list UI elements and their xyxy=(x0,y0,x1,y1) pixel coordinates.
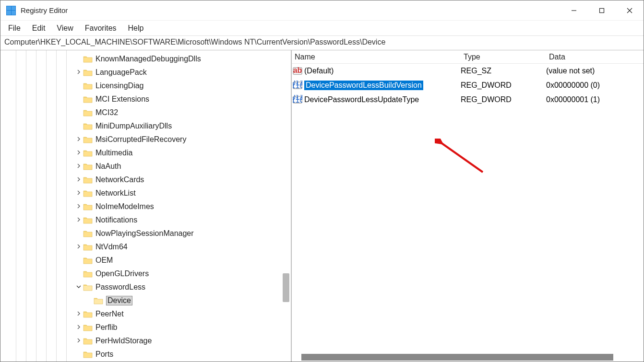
tree-item-label: OEM xyxy=(95,256,113,265)
value-data: 0x00000000 (0) xyxy=(546,81,644,90)
header-type[interactable]: Type xyxy=(461,53,546,61)
value-data: (value not set) xyxy=(546,67,644,75)
tree-scrollbar-thumb[interactable] xyxy=(283,273,289,302)
maximize-button[interactable] xyxy=(588,0,616,21)
tree-item[interactable]: OpenGLDrivers xyxy=(0,267,291,280)
chevron-right-icon[interactable] xyxy=(74,203,83,210)
value-row[interactable]: 011110DevicePasswordLessBuildVersionREG_… xyxy=(292,78,644,93)
svg-text:110: 110 xyxy=(293,82,302,90)
folder-icon xyxy=(83,243,93,251)
folder-icon xyxy=(83,257,93,264)
tree-item[interactable]: Perflib xyxy=(0,321,291,334)
tree-item[interactable]: PasswordLess xyxy=(0,280,291,294)
tree-item[interactable]: KnownManagedDebuggingDlls xyxy=(0,52,291,66)
menu-view[interactable]: View xyxy=(51,22,79,35)
value-data: 0x00000001 (1) xyxy=(546,95,644,104)
tree-item-label: MCI32 xyxy=(95,108,118,117)
tree-item[interactable]: NoImeModeImes xyxy=(0,200,291,213)
folder-icon xyxy=(83,136,93,143)
window-title: Registry Editor xyxy=(21,6,68,14)
tree-item-label: Ports xyxy=(95,350,113,359)
values-header[interactable]: Name Type Data xyxy=(292,50,644,64)
tree-item-label: PasswordLess xyxy=(95,283,145,292)
folder-icon xyxy=(83,337,93,345)
value-row[interactable]: 011110DevicePasswordLessUpdateTypeREG_DW… xyxy=(292,93,644,107)
minimize-button[interactable] xyxy=(560,0,588,21)
values-hscrollbar[interactable] xyxy=(292,353,644,362)
tree-item[interactable]: NetworkList xyxy=(0,187,291,200)
chevron-right-icon[interactable] xyxy=(74,244,83,250)
tree-item-label: Multimedia xyxy=(95,149,132,157)
svg-rect-1 xyxy=(600,8,604,12)
title-bar: Registry Editor xyxy=(0,0,644,21)
tree-item-label: LanguagePack xyxy=(95,68,147,77)
tree-item-label: NoImeModeImes xyxy=(95,202,154,211)
menu-help[interactable]: Help xyxy=(122,22,150,35)
menu-file[interactable]: File xyxy=(2,22,26,35)
tree-item[interactable]: MsiCorruptedFileRecovery xyxy=(0,133,291,146)
svg-text:110: 110 xyxy=(293,96,302,104)
tree-item-label: LicensingDiag xyxy=(95,82,144,90)
folder-icon xyxy=(83,189,93,197)
chevron-right-icon[interactable] xyxy=(74,338,83,344)
chevron-right-icon[interactable] xyxy=(74,190,83,197)
folder-icon xyxy=(94,297,103,304)
value-type: REG_SZ xyxy=(461,67,546,75)
tree-item[interactable]: OEM xyxy=(0,254,291,267)
tree-item[interactable]: PerHwIdStorage xyxy=(0,334,291,348)
tree-item[interactable]: PeerNet xyxy=(0,307,291,321)
header-data[interactable]: Data xyxy=(546,53,644,61)
tree-item[interactable]: NetworkCards xyxy=(0,173,291,187)
regedit-icon xyxy=(6,6,16,15)
value-name: DevicePasswordLessUpdateType xyxy=(304,95,419,104)
tree-item-label: MCI Extensions xyxy=(95,95,149,104)
value-name: DevicePasswordLessBuildVersion xyxy=(304,81,423,90)
header-name[interactable]: Name xyxy=(292,53,461,61)
tree-item-label: PerHwIdStorage xyxy=(95,337,152,345)
tree-item[interactable]: LicensingDiag xyxy=(0,79,291,93)
chevron-right-icon[interactable] xyxy=(74,217,83,223)
tree-item-label: PeerNet xyxy=(95,310,124,318)
chevron-right-icon[interactable] xyxy=(74,311,83,317)
tree-item[interactable]: Multimedia xyxy=(0,146,291,160)
tree-item[interactable]: MiniDumpAuxiliaryDlls xyxy=(0,119,291,133)
folder-icon xyxy=(83,203,93,210)
tree-item-label: Device xyxy=(106,296,132,305)
chevron-right-icon[interactable] xyxy=(74,69,83,76)
menu-favorites[interactable]: Favorites xyxy=(79,22,122,35)
folder-icon xyxy=(83,82,93,90)
tree-item[interactable]: NtVdm64 xyxy=(0,240,291,254)
chevron-right-icon[interactable] xyxy=(74,324,83,331)
tree-item-label: MiniDumpAuxiliaryDlls xyxy=(95,122,172,130)
value-row[interactable]: ab(Default)REG_SZ(value not set) xyxy=(292,64,644,78)
window-controls xyxy=(560,0,644,21)
menu-edit[interactable]: Edit xyxy=(26,22,51,35)
tree-item[interactable]: LanguagePack xyxy=(0,66,291,79)
chevron-right-icon[interactable] xyxy=(74,150,83,156)
tree-item[interactable]: Ports xyxy=(0,348,291,361)
tree-item[interactable]: MCI32 xyxy=(0,106,291,119)
chevron-right-icon[interactable] xyxy=(74,176,83,183)
chevron-right-icon[interactable] xyxy=(74,136,83,143)
folder-icon xyxy=(83,163,93,170)
string-value-icon: ab xyxy=(293,66,302,76)
chevron-right-icon[interactable] xyxy=(74,163,83,170)
folder-icon xyxy=(83,176,93,184)
close-button[interactable] xyxy=(616,0,644,21)
tree-item-label: MsiCorruptedFileRecovery xyxy=(95,135,186,144)
values-panel[interactable]: Name Type Data ab(Default)REG_SZ(value n… xyxy=(292,50,644,362)
tree-panel[interactable]: KnownManagedDebuggingDllsLanguagePack Li… xyxy=(0,50,292,362)
tree-item-label: NaAuth xyxy=(95,162,121,171)
chevron-down-icon[interactable] xyxy=(74,284,83,291)
folder-icon xyxy=(83,149,93,157)
tree-item-label: Perflib xyxy=(95,323,117,332)
tree-item[interactable]: NowPlayingSessionManager xyxy=(0,227,291,240)
tree-item[interactable]: NaAuth xyxy=(0,160,291,173)
tree-item-label: OpenGLDrivers xyxy=(95,269,149,278)
address-bar[interactable]: Computer\HKEY_LOCAL_MACHINE\SOFTWARE\Mic… xyxy=(0,36,644,50)
tree-item[interactable]: Notifications xyxy=(0,213,291,227)
tree-item[interactable]: Device xyxy=(0,294,291,307)
folder-icon xyxy=(83,324,93,331)
tree-item[interactable]: MCI Extensions xyxy=(0,93,291,106)
folder-icon xyxy=(83,95,93,103)
